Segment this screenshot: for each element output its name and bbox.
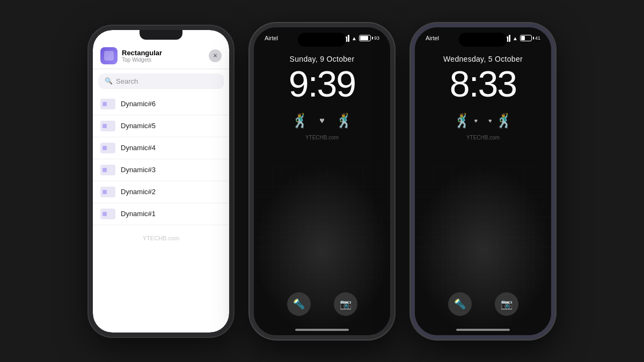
- heart-right-3: ♥: [488, 117, 492, 124]
- app-icon: [100, 47, 118, 64]
- status-icons-2: ▲ 93: [341, 35, 379, 42]
- camera-button-2[interactable]: 📷: [334, 292, 357, 316]
- search-bar[interactable]: 🔍 Search: [98, 73, 224, 89]
- lock-bottom-3: 🔦 📷: [415, 292, 551, 316]
- battery-text-3: 41: [535, 35, 540, 41]
- item-label-3: Dynamic#3: [121, 166, 156, 174]
- heart-widget-2: ♥: [319, 116, 325, 125]
- lock-time-2: 9:39: [254, 65, 390, 102]
- item-icon-2: [100, 187, 115, 197]
- flashlight-icon-3: 🔦: [454, 298, 466, 310]
- item-label-6: Dynamic#6: [121, 100, 156, 108]
- list-item[interactable]: Dynamic#6: [93, 93, 229, 115]
- item-label-2: Dynamic#2: [121, 188, 156, 196]
- item-icon-1: [100, 209, 115, 219]
- home-indicator-3: [456, 329, 510, 331]
- home-indicator-2: [295, 329, 349, 331]
- lock-date-2: Sunday, 9 October: [254, 55, 390, 63]
- svg-point-1: [415, 166, 551, 307]
- phone-3: Airtel ▲ 41 Wednesday, 5 October: [411, 23, 555, 339]
- widget-title-group: Rectangular Top Widgets: [122, 49, 209, 63]
- battery-icon-3: [520, 35, 532, 41]
- phone-1: Rectangular Top Widgets × 🔍 Search Dynam…: [89, 26, 233, 337]
- phone-2-inner: Airtel ▲ 93 Sunday, 9 October: [254, 27, 390, 335]
- flashlight-button-3[interactable]: 🔦: [448, 292, 472, 316]
- status-icons-3: ▲ 41: [502, 35, 540, 42]
- phone-1-content: Rectangular Top Widgets × 🔍 Search Dynam…: [93, 30, 229, 333]
- list-item[interactable]: Dynamic#5: [93, 115, 229, 137]
- phone-2: Airtel ▲ 93 Sunday, 9 October: [250, 23, 394, 339]
- stickman-left-3: 🕺: [453, 113, 471, 129]
- widget-title: Rectangular: [122, 49, 209, 57]
- item-label-4: Dynamic#4: [121, 144, 156, 152]
- lock-time-3: 8:33: [415, 65, 551, 102]
- lock-date-3: Wednesday, 5 October: [415, 55, 551, 63]
- notch: [140, 30, 182, 40]
- phone-3-inner: Airtel ▲ 41 Wednesday, 5 October: [415, 27, 551, 335]
- app-icon-inner: [104, 51, 114, 61]
- camera-button-3[interactable]: 📷: [495, 292, 518, 316]
- list-item[interactable]: Dynamic#3: [93, 159, 229, 181]
- watermark-1: YTECHB.com: [143, 235, 179, 241]
- flashlight-button-2[interactable]: 🔦: [287, 292, 311, 316]
- watermark-3: YTECHB.com: [466, 135, 500, 141]
- wifi-icon-3: ▲: [513, 35, 518, 41]
- search-icon: 🔍: [105, 77, 113, 85]
- carrier-2: Airtel: [265, 35, 278, 41]
- wifi-icon-2: ▲: [352, 35, 357, 41]
- close-button[interactable]: ×: [209, 49, 222, 62]
- item-label-1: Dynamic#1: [121, 210, 156, 218]
- stickman-right-3: 🕺: [495, 113, 513, 129]
- dynamic-island-3: [459, 33, 507, 47]
- camera-icon-2: 📷: [340, 298, 352, 310]
- left-widget-3: 🕺 ♥: [453, 113, 478, 129]
- phones-container: Rectangular Top Widgets × 🔍 Search Dynam…: [0, 0, 644, 362]
- item-label-5: Dynamic#5: [121, 122, 156, 130]
- lock-widgets-3: 🕺 ♥ ♥ 🕺: [415, 113, 551, 129]
- item-icon-5: [100, 121, 115, 131]
- lock-bottom-2: 🔦 📷: [254, 292, 390, 316]
- stickman-left-2: 🕺: [291, 113, 309, 129]
- item-icon-3: [100, 165, 115, 175]
- item-icon-4: [100, 143, 115, 153]
- item-icon-6: [100, 99, 115, 109]
- widget-subtitle: Top Widgets: [122, 57, 209, 63]
- list-item[interactable]: Dynamic#2: [93, 181, 229, 203]
- widget-header: Rectangular Top Widgets ×: [93, 43, 229, 69]
- flashlight-icon-2: 🔦: [293, 298, 305, 310]
- search-placeholder: Search: [116, 77, 138, 85]
- carrier-3: Airtel: [426, 35, 439, 41]
- svg-point-0: [254, 166, 390, 307]
- camera-icon-3: 📷: [501, 298, 513, 310]
- lock-widgets-2: 🕺 ♥ 🕺: [254, 113, 390, 129]
- list-item[interactable]: Dynamic#1: [93, 203, 229, 225]
- stickman-right-2: 🕺: [335, 113, 353, 129]
- right-widget-3: ♥ 🕺: [488, 113, 513, 129]
- battery-text-2: 93: [374, 35, 379, 41]
- watermark-2: YTECHB.com: [305, 135, 339, 141]
- dynamic-island-2: [298, 33, 346, 47]
- battery-icon-2: [359, 35, 371, 41]
- widget-list: Dynamic#6 Dynamic#5 Dynamic#4 Dynamic#3: [93, 93, 229, 333]
- list-item[interactable]: Dynamic#4: [93, 137, 229, 159]
- heart-left-3: ♥: [474, 117, 478, 124]
